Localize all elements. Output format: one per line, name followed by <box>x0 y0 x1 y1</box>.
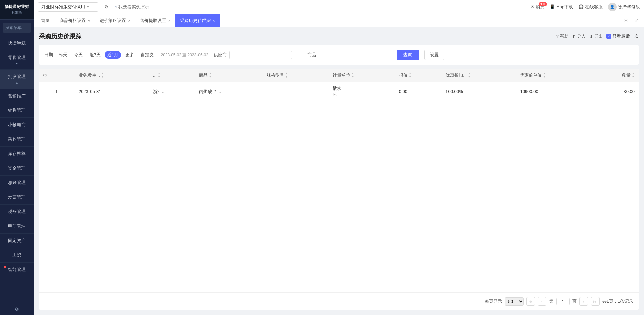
sidebar-item-smart[interactable]: 智能管理 <box>0 262 34 277</box>
close-icon[interactable]: × <box>128 19 130 23</box>
content-area: 采购历史价跟踪 ? 帮助 ⬆ 导入 ⬇ 导出 只看最后一次 <box>34 27 644 315</box>
app-selector-text: 好业财标准版交付试用 <box>41 4 85 10</box>
gear-icon: ⚙ <box>15 307 19 312</box>
expand-tab-button[interactable]: ⤢ <box>632 16 641 25</box>
supplier-input[interactable] <box>229 51 292 59</box>
tab-sale-price[interactable]: 售价提取设置 × <box>135 14 175 27</box>
tab-goods-price[interactable]: 商品价格设置 × <box>55 14 95 27</box>
message-button[interactable]: ✉ 消息 99+ <box>531 4 544 10</box>
th-date[interactable]: 业务发生... ▲▼ <box>75 69 149 82</box>
demo-button[interactable]: ○ 我要看实例演示 <box>114 4 149 10</box>
th-settings[interactable]: ⚙ <box>39 69 51 82</box>
sort-arrows-icon: ▲▼ <box>158 72 161 78</box>
th-unit[interactable]: 计量单位 ▲▼ <box>329 69 395 82</box>
sidebar-item-finance[interactable]: 资金管理 <box>0 161 34 176</box>
sidebar-item-marketing[interactable]: 营销推广 <box>0 89 34 103</box>
sidebar-item-general-ledger[interactable]: 总账管理 <box>0 176 34 190</box>
sidebar-item-label: 发票管理 <box>8 194 26 200</box>
sidebar-item-purchase[interactable]: 采购管理 <box>0 132 34 147</box>
pagination: 每页显示 50 10 20 100 ⏮ ‹ 第 页 › ⏭ 共1页，1条记录 <box>39 292 639 310</box>
question-circle-icon: ? <box>556 34 559 39</box>
sidebar-item-ecommerce[interactable]: 电商管理 <box>0 219 34 234</box>
th-spec[interactable]: 规格型号 ▲▼ <box>262 69 329 82</box>
sidebar-item-label: 资金管理 <box>8 165 26 171</box>
date-opt-last1month[interactable]: 近1月 <box>105 51 121 59</box>
tab-purchase-history[interactable]: 采购历史价跟踪 × <box>175 14 220 27</box>
app-selector[interactable]: 好业财标准版交付试用 ▾ <box>38 2 98 12</box>
date-opt-last7[interactable]: 近7天 <box>87 51 103 59</box>
top-header: 好业财标准版交付试用 ▾ ⚙ ○ 我要看实例演示 ✉ 消息 99+ 📱 App下… <box>34 0 644 14</box>
tab-label: 进价策略设置 <box>100 18 126 24</box>
online-service-label: 在线客服 <box>585 4 603 10</box>
sidebar-item-fixed-assets[interactable]: 固定资产 <box>0 234 34 248</box>
sidebar-item-quick-nav[interactable]: 快捷导航 <box>0 36 34 50</box>
cell-settings <box>39 82 51 101</box>
th-spec-label: 规格型号 <box>266 72 284 78</box>
sidebar-item-wholesale[interactable]: 批发管理 ▴ <box>0 70 34 89</box>
sidebar-item-label: 销售管理 <box>8 107 26 113</box>
sidebar-item-inventory[interactable]: 库存核算 <box>0 147 34 161</box>
sidebar-item-sales[interactable]: 销售管理 <box>0 103 34 118</box>
close-icon[interactable]: × <box>213 19 215 23</box>
table-row[interactable]: 1 2023-05-31 浙江... 丙烯酸-2-... 散水吨 0.00 10… <box>39 82 639 101</box>
user-info[interactable]: 👤 徐泽华修改 <box>608 3 640 11</box>
only-last-label: 只看最后一次 <box>612 33 639 39</box>
gear-icon: ⚙ <box>104 4 108 9</box>
sidebar-item-retail[interactable]: 零售管理 ▾ <box>0 50 34 70</box>
import-button[interactable]: ⬆ 导入 <box>572 33 586 39</box>
import-icon: ⬆ <box>572 34 576 39</box>
supplier-more-icon[interactable]: ··· <box>295 52 302 58</box>
sidebar-settings-button[interactable]: ⚙ <box>0 303 34 315</box>
app-settings-button[interactable]: ⚙ <box>102 2 111 12</box>
sidebar-item-tax[interactable]: 税务管理 <box>0 205 34 219</box>
th-price-before[interactable]: 优惠前单价 ▲▼ <box>516 69 592 82</box>
prev-page-button[interactable]: ‹ <box>538 297 546 306</box>
page-number-input[interactable] <box>556 298 570 305</box>
sidebar-item-ecommerce-small[interactable]: 小畅电商 <box>0 118 34 132</box>
th-quantity-label: 数量 <box>622 72 631 78</box>
query-button[interactable]: 查询 <box>397 50 419 60</box>
sidebar-item-invoice[interactable]: 发票管理 <box>0 190 34 205</box>
th-discount[interactable]: 优惠折扣... ▲▼ <box>441 69 516 82</box>
sidebar-item-label: 批发管理 <box>8 74 26 80</box>
export-button[interactable]: ⬇ 导出 <box>589 33 603 39</box>
goods-more-icon[interactable]: ··· <box>384 52 391 58</box>
cell-seq: 1 <box>51 82 75 101</box>
first-page-button[interactable]: ⏮ <box>526 297 535 306</box>
sort-arrows-icon: ▲▼ <box>468 72 471 78</box>
help-button[interactable]: ? 帮助 <box>556 33 569 39</box>
close-tab-button[interactable]: ✕ <box>621 16 631 25</box>
app-download-button[interactable]: 📱 App下载 <box>550 4 573 10</box>
tab-purchase-strategy[interactable]: 进价策略设置 × <box>95 14 135 27</box>
goods-input[interactable] <box>319 51 381 59</box>
tab-home[interactable]: 首页 <box>36 14 55 27</box>
cell-quote: 0.00 <box>395 82 442 101</box>
page-unit-label: 页 <box>572 298 577 304</box>
search-menu-button[interactable]: 搜索菜单 <box>3 23 31 33</box>
filter-settings-button[interactable]: 设置 <box>424 50 444 60</box>
date-opt-yesterday[interactable]: 昨天 <box>56 51 70 59</box>
close-icon[interactable]: × <box>88 19 90 23</box>
cell-goods: 丙烯酸-2-... <box>195 82 262 101</box>
th-more[interactable]: ... ▲▼ <box>149 69 195 82</box>
last-page-button[interactable]: ⏭ <box>591 297 600 306</box>
date-opt-custom[interactable]: 自定义 <box>138 51 156 59</box>
date-opt-today[interactable]: 今天 <box>71 51 85 59</box>
th-quantity[interactable]: 数量 ▲▼ <box>592 69 639 82</box>
th-quote-label: 报价 <box>399 72 408 78</box>
date-opt-more[interactable]: 更多 <box>122 51 137 59</box>
sidebar-item-label: 工资 <box>12 252 21 258</box>
th-quote[interactable]: 报价 ▲▼ <box>395 69 442 82</box>
th-goods-label: 商品 <box>199 72 208 78</box>
sidebar-item-label: 税务管理 <box>8 209 26 215</box>
only-last-checkbox[interactable]: 只看最后一次 <box>606 33 639 39</box>
per-page-select[interactable]: 50 10 20 100 <box>505 297 524 306</box>
close-icon[interactable]: × <box>168 19 170 23</box>
online-service-button[interactable]: 🎧 在线客服 <box>578 4 603 10</box>
th-goods[interactable]: 商品 ▲▼ <box>195 69 262 82</box>
page-title: 采购历史价跟踪 <box>39 32 81 40</box>
next-page-button[interactable]: › <box>579 297 588 306</box>
sidebar-item-salary[interactable]: 工资 <box>0 248 34 262</box>
table-scroll-area[interactable]: ⚙ 业务发生... ▲▼ ... <box>39 69 639 292</box>
sort-arrows-icon: ▲▼ <box>285 72 288 78</box>
